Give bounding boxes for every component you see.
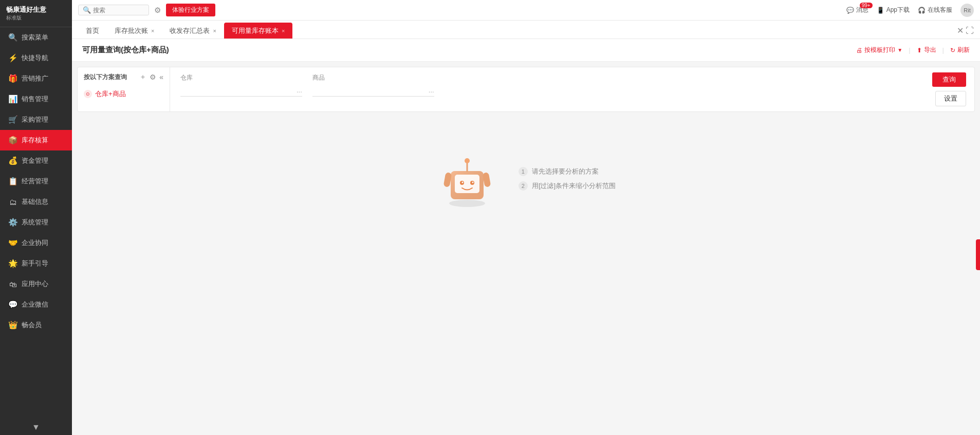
scroll-indicator	[976, 239, 980, 270]
member-icon: 👑	[8, 320, 17, 330]
message-btn[interactable]: 💬 消息 99+	[846, 6, 868, 14]
app-download-btn[interactable]: 📱 App下载	[877, 6, 910, 14]
basic-icon: 🗂	[8, 198, 17, 206]
query-buttons: 查询 设置	[924, 67, 974, 111]
tab-batch-ledger[interactable]: 库存批次账 ×	[107, 23, 162, 39]
topbar: 🔍 ⚙ 体验行业方案 💬 消息 99+ 📱 App下载 🎧 在线客服	[72, 0, 980, 21]
filter-panel: 按以下方案查询 ＋ ⚙ « ⊙ 仓库+商品 仓库	[77, 67, 975, 112]
svg-rect-3	[455, 175, 479, 193]
sidebar-item-operation[interactable]: 📋 经营管理	[0, 171, 72, 192]
message-badge: 99+	[860, 3, 873, 8]
tab-home[interactable]: 首页	[78, 23, 107, 39]
sales-icon: 📊	[8, 94, 17, 104]
message-icon: 💬	[846, 7, 854, 14]
settings-button[interactable]: 设置	[935, 91, 966, 106]
sidebar-label-member: 畅会员	[22, 320, 42, 330]
empty-hint-1-text: 请先选择要分析的方案	[532, 167, 599, 176]
sidebar-item-basic[interactable]: 🗂 基础信息	[0, 192, 72, 212]
sidebar-scroll-down-button[interactable]: ▼	[0, 420, 72, 435]
sidebar-item-system[interactable]: ⚙️ 系统管理	[0, 212, 72, 233]
product-input-row: ...	[312, 84, 434, 97]
sidebar-label-basic: 基础信息	[22, 197, 48, 206]
warehouse-field: 仓库 ...	[180, 73, 302, 97]
purchase-icon: 🛒	[8, 115, 17, 124]
inventory-icon: 📦	[8, 136, 17, 145]
shortcut-icon: ⚡	[8, 53, 17, 63]
tabs-close-all-icon[interactable]: ✕	[957, 26, 964, 39]
user-avatar[interactable]: Rit	[960, 4, 974, 17]
content-area: 可用量查询(按仓库+商品) 🖨 按模板打印 ▼ | ⬆ 导出 | ↻	[72, 39, 980, 435]
warehouse-more-button[interactable]: ...	[297, 86, 302, 94]
tab-recv-summary-close[interactable]: ×	[213, 28, 216, 34]
settings-gear-icon[interactable]: ⚙	[154, 6, 161, 15]
app-center-icon: 🛍	[8, 280, 17, 289]
svg-rect-9	[483, 172, 491, 187]
product-input[interactable]	[312, 86, 426, 94]
scheme-item-warehouse-product[interactable]: ⊙ 仓库+商品	[78, 86, 170, 102]
user-name: Rit	[964, 7, 970, 13]
sidebar-item-search[interactable]: 🔍 搜索菜单	[0, 27, 72, 48]
sidebar-item-app-center[interactable]: 🛍 应用中心	[0, 274, 72, 294]
sidebar-item-member[interactable]: 👑 畅会员	[0, 315, 72, 335]
marketing-icon: 🎁	[8, 74, 17, 83]
sidebar-item-enterprise[interactable]: 🤝 企业协同	[0, 233, 72, 253]
search-input[interactable]	[93, 7, 144, 14]
sidebar-item-marketing[interactable]: 🎁 营销推广	[0, 68, 72, 89]
sidebar-item-finance[interactable]: 💰 资金管理	[0, 150, 72, 171]
print-btn[interactable]: 🖨 按模板打印 ▼	[856, 46, 902, 54]
sidebar-item-wechat[interactable]: 💬 企业微信	[0, 294, 72, 315]
sidebar-logo: 畅康通好生意 标准版	[0, 0, 72, 27]
empty-hint-1: 1 请先选择要分析的方案	[519, 167, 616, 176]
topbar-search-box[interactable]: 🔍	[78, 5, 149, 15]
sidebar-label-operation: 经营管理	[22, 177, 48, 186]
sidebar-item-guide[interactable]: 🌟 新手引导	[0, 253, 72, 274]
warehouse-input-row: ...	[180, 84, 302, 97]
empty-hints: 1 请先选择要分析的方案 2 用[过滤]条件来缩小分析范围	[519, 167, 616, 191]
export-icon: ⬆	[917, 47, 922, 54]
online-service-btn[interactable]: 🎧 在线客服	[918, 6, 952, 14]
sidebar-item-purchase[interactable]: 🛒 采购管理	[0, 109, 72, 130]
sidebar-label-purchase: 采购管理	[22, 115, 48, 124]
sidebar-label-guide: 新手引导	[22, 259, 48, 268]
warehouse-input[interactable]	[180, 86, 293, 94]
enterprise-icon: 🤝	[8, 238, 17, 248]
tab-batch-ledger-label: 库存批次账	[115, 26, 148, 35]
sidebar-item-shortcut[interactable]: ⚡ 快捷导航	[0, 48, 72, 68]
scheme-settings-button[interactable]: ⚙	[150, 73, 156, 81]
sidebar-label-app-center: 应用中心	[22, 279, 48, 289]
sidebar-label-sales: 销售管理	[22, 94, 48, 104]
scheme-add-button[interactable]: ＋	[139, 72, 146, 82]
scheme-collapse-button[interactable]: «	[159, 73, 163, 81]
tabs-expand-icon[interactable]: ⛶	[966, 26, 974, 39]
product-label: 商品	[312, 73, 434, 82]
logo-sub: 标准版	[6, 14, 66, 22]
product-more-button[interactable]: ...	[429, 86, 434, 94]
page-actions: 🖨 按模板打印 ▼ | ⬆ 导出 | ↻ 刷新	[856, 46, 970, 54]
app-download-label: App下载	[886, 6, 910, 14]
tab-recv-summary-label: 收发存汇总表	[170, 26, 210, 35]
finance-icon: 💰	[8, 156, 17, 165]
query-button[interactable]: 查询	[932, 72, 966, 87]
sidebar-label-shortcut: 快捷导航	[22, 53, 48, 63]
scheme-header-label: 按以下方案查询	[84, 73, 127, 82]
scheme-header: 按以下方案查询 ＋ ⚙ «	[78, 72, 170, 86]
scheme-actions: ＋ ⚙ «	[139, 72, 163, 82]
refresh-btn[interactable]: ↻ 刷新	[950, 46, 970, 54]
empty-hint-2: 2 用[过滤]条件来缩小分析范围	[519, 181, 616, 191]
sidebar-item-inventory[interactable]: 📦 库存核算	[0, 130, 72, 150]
sidebar-item-sales[interactable]: 📊 销售管理	[0, 89, 72, 109]
online-service-label: 在线客服	[928, 6, 952, 14]
svg-point-6	[461, 182, 463, 183]
print-dropdown-icon: ▼	[897, 47, 902, 53]
tab-batch-ledger-close[interactable]: ×	[151, 28, 154, 34]
tab-available-ledger-close[interactable]: ×	[282, 28, 285, 34]
product-field: 商品 ...	[312, 73, 434, 97]
export-btn[interactable]: ⬆ 导出	[917, 46, 936, 54]
sidebar-nav: 🔍 搜索菜单 ⚡ 快捷导航 🎁 营销推广 📊 销售管理 🛒 采购管理 📦	[0, 27, 72, 420]
tab-recv-summary[interactable]: 收发存汇总表 ×	[162, 23, 224, 39]
headset-icon: 🎧	[918, 7, 926, 14]
tab-available-ledger[interactable]: 可用量库存账本 ×	[224, 23, 292, 39]
system-icon: ⚙️	[8, 218, 17, 227]
trial-btn[interactable]: 体验行业方案	[166, 4, 215, 16]
robot-svg	[436, 148, 498, 210]
